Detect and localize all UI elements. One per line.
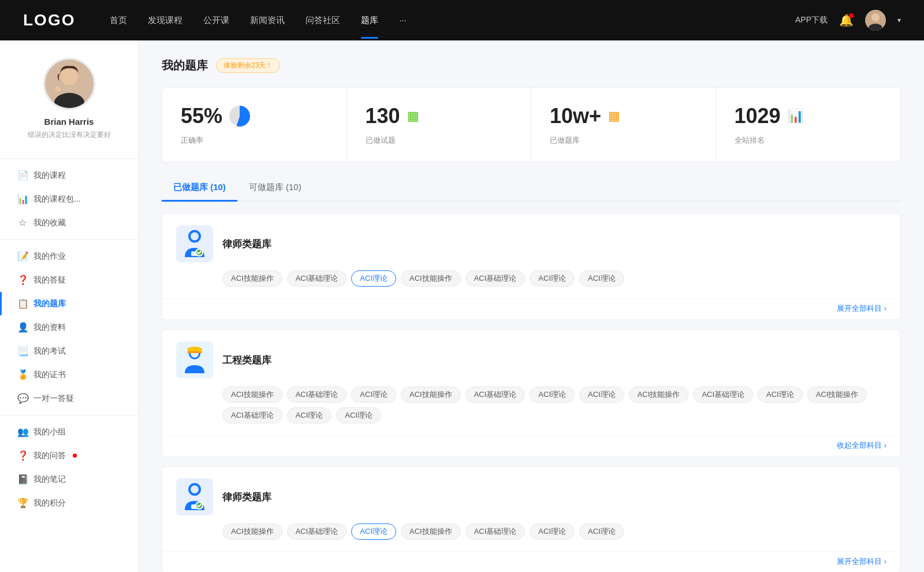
bank-tag-1-3[interactable]: ACI技能操作 — [401, 270, 461, 287]
bank-tags-2: ACI技能操作 ACI基础理论 ACI理论 ACI技能操作 ACI基础理论 AC… — [176, 387, 886, 424]
nav-more[interactable]: ··· — [399, 15, 407, 26]
bank-tag-3-5[interactable]: ACI理论 — [530, 523, 575, 540]
stat-accuracy: 55% 正确率 — [162, 88, 347, 162]
avatar[interactable] — [865, 10, 886, 31]
bank-tag-2-13[interactable]: ACI理论 — [336, 407, 381, 424]
bank-tag-2-3[interactable]: ACI技能操作 — [401, 387, 461, 403]
bank-tag-1-5[interactable]: ACI理论 — [530, 270, 575, 287]
bank-tag-2-5[interactable]: ACI理论 — [530, 387, 575, 403]
sidebar-item-my-points[interactable]: 🏆 我的积分 — [0, 491, 138, 515]
bank-icon: 📋 — [17, 298, 28, 309]
sidebar-avatar — [43, 58, 95, 110]
tab-done[interactable]: 已做题库 (10) — [162, 176, 237, 202]
sidebar-item-my-favorites[interactable]: ☆ 我的收藏 — [0, 211, 138, 235]
bank-tag-2-2[interactable]: ACI理论 — [351, 387, 396, 403]
main-content: 我的题库 体验剩余23天！ 55% 正确率 130 ▦ 已做试题 — [139, 40, 924, 572]
bank-card-1-inner: 律师类题库 ACI技能操作 ACI基础理论 ACI理论 ACI技能操作 ACI基… — [162, 214, 900, 298]
sidebar-label-my-profile: 我的资料 — [33, 322, 66, 333]
bank-tag-1-4[interactable]: ACI基础理论 — [465, 270, 526, 287]
questions-icon: ❓ — [17, 274, 28, 285]
course-icon: 📄 — [17, 170, 28, 181]
nav-discover[interactable]: 发现课程 — [148, 15, 182, 26]
sidebar-label-my-homework: 我的作业 — [33, 251, 66, 262]
sidebar-item-my-questions[interactable]: ❓ 我的答疑 — [0, 268, 138, 292]
bank-tag-3-2[interactable]: ACI理论 — [351, 523, 396, 540]
tab-available[interactable]: 可做题库 (10) — [237, 176, 313, 202]
page-wrap: Brian Harris 错误的决定比没有决定要好 📄 我的课程 📊 我的课程包… — [0, 40, 924, 572]
expand-link-3[interactable]: 展开全部科目 › — [837, 557, 886, 566]
sidebar-item-my-course[interactable]: 📄 我的课程 — [0, 164, 138, 187]
bell-button[interactable]: 🔔 — [839, 13, 854, 27]
sidebar-item-my-course-pkg[interactable]: 📊 我的课程包... — [0, 187, 138, 211]
profile-avatar-image — [45, 58, 94, 110]
sidebar-label-my-points: 我的积分 — [33, 498, 66, 508]
sidebar-label-my-questions: 我的答疑 — [33, 275, 66, 285]
sidebar-item-my-cert[interactable]: 🏅 我的证书 — [0, 363, 138, 387]
bank-tag-3-3[interactable]: ACI技能操作 — [401, 523, 461, 540]
bank-tag-2-7[interactable]: ACI技能操作 — [629, 387, 689, 403]
sidebar-label-my-bank: 我的题库 — [33, 299, 66, 309]
bank-tag-1-0[interactable]: ACI技能操作 — [222, 270, 282, 287]
bank-title-2: 工程类题库 — [222, 354, 271, 367]
bank-tag-2-4[interactable]: ACI基础理论 — [465, 387, 526, 403]
sidebar-label-my-notes: 我的笔记 — [33, 474, 66, 485]
avatar-image — [865, 10, 886, 31]
qa-icon: ❓ — [17, 450, 28, 461]
bank-tag-1-1[interactable]: ACI基础理论 — [287, 270, 347, 287]
bank-card-2-inner: 工程类题库 ACI技能操作 ACI基础理论 ACI理论 ACI技能操作 ACI基… — [162, 330, 900, 435]
nav-chevron-icon[interactable]: ▾ — [897, 16, 901, 24]
bank-tag-2-0[interactable]: ACI技能操作 — [222, 387, 282, 403]
sidebar-item-one-on-one[interactable]: 💬 一对一答疑 — [0, 387, 138, 410]
bank-tag-3-1[interactable]: ACI基础理论 — [287, 523, 347, 540]
bank-tag-1-6[interactable]: ACI理论 — [579, 270, 624, 287]
page-title: 我的题库 — [162, 58, 208, 73]
sidebar-label-my-group: 我的小组 — [33, 427, 66, 437]
bank-tag-2-12[interactable]: ACI理论 — [287, 407, 332, 424]
grid-green-icon: ▦ — [407, 109, 419, 124]
sidebar-label-my-qa: 我的问答 — [33, 451, 66, 461]
bank-tag-2-11[interactable]: ACI基础理论 — [222, 407, 282, 424]
engineer-icon — [180, 344, 209, 376]
group-icon: 👥 — [17, 426, 28, 437]
stat-label-rank: 全站排名 — [735, 135, 882, 146]
bank-tag-2-6[interactable]: ACI理论 — [579, 387, 624, 403]
bank-tag-2-1[interactable]: ACI基础理论 — [287, 387, 347, 403]
sidebar-item-my-profile[interactable]: 👤 我的资料 — [0, 315, 138, 339]
sidebar-menu: 📄 我的课程 📊 我的课程包... ☆ 我的收藏 📝 我的作业 ❓ 我的答疑 � — [0, 164, 138, 515]
sidebar-label-my-exam: 我的考试 — [33, 346, 66, 356]
sidebar-item-my-exam[interactable]: 📃 我的考试 — [0, 339, 138, 363]
favorites-icon: ☆ — [17, 217, 28, 228]
app-download[interactable]: APP下载 — [795, 15, 828, 25]
sidebar-item-my-notes[interactable]: 📓 我的笔记 — [0, 467, 138, 491]
bank-tag-3-6[interactable]: ACI理论 — [579, 523, 624, 540]
expand-link-1[interactable]: 展开全部科目 › — [837, 304, 886, 313]
bank-tag-3-4[interactable]: ACI基础理论 — [465, 523, 526, 540]
bank-tag-2-9[interactable]: ACI理论 — [758, 387, 803, 403]
bank-tag-1-2[interactable]: ACI理论 — [351, 270, 396, 287]
sidebar-label-my-course: 我的课程 — [33, 170, 66, 181]
nav-qa[interactable]: 问答社区 — [305, 15, 340, 26]
sidebar-item-my-bank[interactable]: 📋 我的题库 — [0, 292, 138, 315]
stat-number-rank: 1029 — [735, 104, 781, 128]
stat-row-accuracy: 55% — [181, 104, 328, 128]
bank-card-2-header: 工程类题库 — [176, 341, 886, 378]
bank-tag-2-8[interactable]: ACI基础理论 — [693, 387, 753, 403]
sidebar-item-my-group[interactable]: 👥 我的小组 — [0, 420, 138, 444]
sidebar-label-my-favorites: 我的收藏 — [33, 218, 66, 228]
svg-point-16 — [191, 485, 199, 493]
stat-number-banks: 10w+ — [550, 104, 601, 128]
page-header: 我的题库 体验剩余23天！ — [162, 58, 901, 73]
nav-bank[interactable]: 题库 — [361, 15, 378, 26]
nav-home[interactable]: 首页 — [110, 15, 127, 26]
bank-tag-2-10[interactable]: ACI技能操作 — [807, 387, 867, 403]
expand-link-2[interactable]: 收起全部科目 › — [837, 441, 886, 450]
sidebar-divider-3 — [0, 415, 138, 415]
sidebar-item-my-qa[interactable]: ❓ 我的问答 — [0, 444, 138, 467]
sidebar-divider-2 — [0, 239, 138, 240]
nav-openclass[interactable]: 公开课 — [203, 15, 229, 26]
bank-tag-3-0[interactable]: ACI技能操作 — [222, 523, 282, 540]
nav-news[interactable]: 新闻资讯 — [250, 15, 285, 26]
bank-card-2: 工程类题库 ACI技能操作 ACI基础理论 ACI理论 ACI技能操作 ACI基… — [162, 329, 901, 457]
svg-rect-14 — [187, 351, 202, 353]
sidebar-item-my-homework[interactable]: 📝 我的作业 — [0, 244, 138, 268]
